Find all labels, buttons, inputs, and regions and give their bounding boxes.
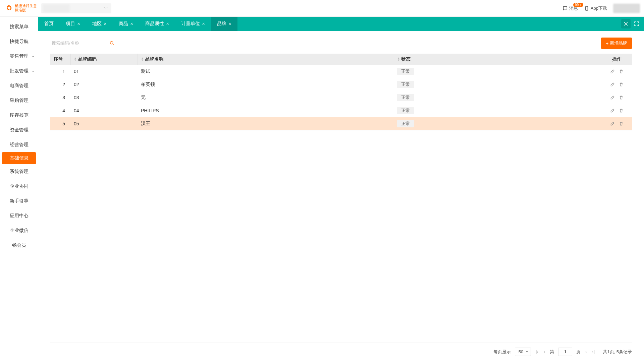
- sidebar-item[interactable]: 基础信息: [2, 152, 36, 164]
- fullscreen-button[interactable]: [632, 19, 641, 28]
- tab[interactable]: 商品属性✕: [139, 17, 175, 31]
- status-tag: 正常: [397, 120, 414, 127]
- sort-icon: ▲▼: [141, 57, 144, 61]
- sidebar-item[interactable]: 畅会员: [0, 238, 38, 253]
- page-size-select[interactable]: 50: [515, 348, 531, 356]
- main-area: 首页项目✕地区✕商品✕商品属性✕计量单位✕品牌✕: [38, 17, 644, 362]
- delete-button[interactable]: [619, 82, 624, 87]
- sidebar-item[interactable]: 应用中心: [0, 208, 38, 223]
- search-icon: [109, 41, 115, 46]
- tab-close-icon[interactable]: ✕: [202, 22, 205, 26]
- table-row[interactable]: 505汉王正常: [50, 117, 632, 130]
- sidebar-item[interactable]: 企业微信: [0, 223, 38, 238]
- chevron-down-icon: ﹀: [104, 5, 108, 11]
- delete-button[interactable]: [619, 69, 624, 74]
- search-wrap: [50, 39, 115, 48]
- sidebar-item-label: 应用中心: [10, 213, 29, 219]
- first-page-button[interactable]: |‹: [535, 349, 539, 354]
- prev-page-button[interactable]: ‹: [543, 349, 546, 354]
- user-avatar-blurred[interactable]: [613, 4, 640, 13]
- sidebar-item[interactable]: 搜索菜单: [0, 19, 38, 34]
- sidebar-item-label: 零售管理: [10, 53, 29, 59]
- tab-label: 商品: [119, 21, 128, 27]
- table-row[interactable]: 101测试正常: [50, 65, 632, 78]
- edit-button[interactable]: [610, 121, 615, 126]
- toolbar: + 新增品牌: [50, 38, 632, 49]
- sidebar-item[interactable]: 库存核算: [0, 108, 38, 123]
- sidebar-item[interactable]: 资金管理: [0, 123, 38, 137]
- next-page-button[interactable]: ›: [585, 349, 587, 354]
- add-brand-label: 新增品牌: [610, 40, 627, 46]
- table-row[interactable]: 202柏英顿正常: [50, 78, 632, 91]
- sidebar-item[interactable]: 零售管理▾: [0, 49, 38, 64]
- logo: 畅捷通好生意 标准版: [4, 4, 37, 13]
- tab[interactable]: 首页: [38, 17, 60, 31]
- cell-ops: [602, 91, 632, 104]
- sidebar-item-label: 快捷导航: [10, 39, 29, 45]
- tab[interactable]: 地区✕: [86, 17, 113, 31]
- edit-icon: [610, 95, 615, 100]
- org-selector[interactable]: ﹀: [41, 3, 111, 13]
- edit-button[interactable]: [610, 82, 615, 87]
- header-right: 消息 99 + App下载: [562, 4, 640, 13]
- col-header-index[interactable]: 序号: [50, 54, 70, 65]
- last-page-button[interactable]: ›|: [592, 349, 596, 354]
- delete-button[interactable]: [619, 121, 624, 126]
- col-header-name[interactable]: ▲▼品牌名称: [138, 54, 394, 65]
- close-tabs-button[interactable]: [621, 19, 631, 28]
- sidebar-item-label: 企业微信: [10, 228, 29, 234]
- delete-button[interactable]: [619, 108, 624, 113]
- logo-icon: [4, 4, 13, 13]
- add-brand-button[interactable]: + 新增品牌: [601, 38, 632, 49]
- tab-close-icon[interactable]: ✕: [130, 22, 133, 26]
- page-input[interactable]: [558, 348, 572, 356]
- sidebar-item[interactable]: 经营管理: [0, 137, 38, 152]
- svg-rect-0: [586, 6, 588, 10]
- edit-icon: [610, 108, 615, 113]
- tab-close-icon[interactable]: ✕: [228, 22, 231, 26]
- sort-icon: ▲▼: [397, 57, 400, 61]
- sidebar-item[interactable]: 快捷导航: [0, 34, 38, 49]
- tab[interactable]: 商品✕: [113, 17, 139, 31]
- search-input[interactable]: [50, 39, 107, 48]
- cell-status: 正常: [394, 117, 602, 130]
- edit-button[interactable]: [610, 108, 615, 113]
- edit-button[interactable]: [610, 95, 615, 100]
- download-label: App下载: [591, 5, 607, 11]
- sidebar-item[interactable]: 批发管理▾: [0, 64, 38, 78]
- tab[interactable]: 计量单位✕: [175, 17, 211, 31]
- app-download-button[interactable]: App下载: [584, 5, 607, 11]
- cell-name: 柏英顿: [138, 78, 394, 91]
- search-button[interactable]: [109, 41, 115, 46]
- edit-button[interactable]: [610, 69, 615, 74]
- caret-down-icon: ▾: [32, 69, 34, 73]
- sidebar-item[interactable]: 企业协同: [0, 179, 38, 194]
- sidebar-item[interactable]: 电商管理: [0, 78, 38, 93]
- cell-status: 正常: [394, 91, 602, 104]
- tab-close-icon[interactable]: ✕: [104, 22, 107, 26]
- cell-name: 汉王: [138, 117, 394, 130]
- tab[interactable]: 项目✕: [60, 17, 86, 31]
- sidebar-item[interactable]: 系统管理: [0, 164, 38, 179]
- table-row[interactable]: 404PHILIPS正常: [50, 104, 632, 117]
- cell-status: 正常: [394, 78, 602, 91]
- svg-point-1: [110, 42, 113, 44]
- sidebar-item[interactable]: 采购管理: [0, 93, 38, 108]
- sidebar-item-label: 采购管理: [10, 98, 29, 104]
- tab-close-icon[interactable]: ✕: [77, 22, 80, 26]
- sidebar-item[interactable]: 新手引导: [0, 194, 38, 208]
- close-icon: [624, 22, 628, 26]
- tab-close-icon[interactable]: ✕: [166, 22, 169, 26]
- table-row[interactable]: 303无正常: [50, 91, 632, 104]
- messages-button[interactable]: 消息 99 +: [562, 5, 578, 11]
- tab[interactable]: 品牌✕: [211, 17, 237, 31]
- col-header-code[interactable]: ▲▼品牌编码: [70, 54, 138, 65]
- col-header-status[interactable]: ▲▼状态: [394, 54, 602, 65]
- sidebar-item-label: 基础信息: [10, 155, 29, 161]
- message-icon: [562, 6, 568, 11]
- tab-bar: 首页项目✕地区✕商品✕商品属性✕计量单位✕品牌✕: [38, 17, 644, 31]
- edit-icon: [610, 121, 615, 126]
- top-header: 畅捷通好生意 标准版 ﹀ 消息 99 + App下载: [0, 0, 644, 17]
- delete-button[interactable]: [619, 95, 624, 100]
- cell-code: 05: [70, 117, 138, 130]
